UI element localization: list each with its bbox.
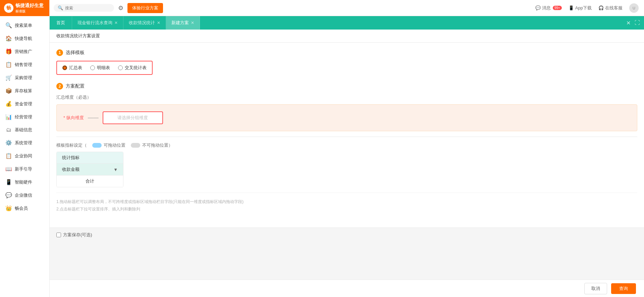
sidebar-label-smart-hw: 智能硬件 — [15, 179, 32, 185]
arrow-icon: —— — [88, 115, 99, 121]
section2-title: 方案配置 — [66, 83, 85, 89]
tab-bank-close[interactable]: ✕ — [114, 21, 118, 25]
sidebar-label-basic: 基础信息 — [15, 127, 32, 133]
search-icon: 🔍 — [5, 22, 12, 29]
purchase-icon: 🛒 — [5, 75, 12, 81]
support-icon: 🎧 — [598, 5, 604, 10]
metrics-col-value: 合计 — [57, 176, 123, 187]
sidebar-label-guide: 新手引导 — [15, 166, 32, 172]
sidebar-label-inventory: 库存核算 — [15, 88, 32, 94]
quick-nav-icon: 🏠 — [5, 35, 12, 42]
option-cross[interactable]: 交叉统计表 — [118, 65, 147, 71]
sidebar-label-corp-coop: 企业协同 — [15, 153, 32, 159]
sidebar: 畅 畅捷通好生意 标准版 🔍搜索菜单🏠快捷导航🎁营销推广📋销售管理🛒采购管理📦库… — [0, 0, 50, 297]
section2-header: 2 方案配置 — [56, 83, 637, 90]
metrics-table: 统计指标 收款金额 ▼ 合计 — [56, 152, 123, 187]
section1-num: 1 — [56, 49, 63, 56]
metrics-col-header[interactable]: 收款金额 ▼ — [57, 164, 123, 176]
sidebar-label-system: 系统管理 — [15, 140, 32, 146]
metrics-stats-header: 统计指标 — [57, 152, 123, 164]
operation-icon: 📊 — [5, 114, 12, 120]
sidebar-nav: 🔍搜索菜单🏠快捷导航🎁营销推广📋销售管理🛒采购管理📦库存核算💰资金管理📊经营管理… — [0, 16, 49, 297]
tab-stats[interactable]: 收款情况统计 ✕ — [123, 16, 166, 30]
col-header-dropdown-icon[interactable]: ▼ — [113, 167, 118, 172]
sidebar-item-quick-nav[interactable]: 🏠快捷导航 — [0, 32, 49, 45]
save-checkbox[interactable] — [56, 233, 61, 237]
sidebar-item-sales[interactable]: 📋销售管理 — [0, 58, 49, 71]
sidebar-logo: 畅 畅捷通好生意 标准版 — [0, 0, 49, 16]
sidebar-item-guide[interactable]: 📖新手引导 — [0, 162, 49, 176]
gear-icon[interactable]: ⚙ — [118, 4, 123, 12]
section1-header: 1 选择模板 — [56, 49, 637, 56]
option-summary[interactable]: 汇总表 — [62, 65, 82, 71]
tab-new-plan-close[interactable]: ✕ — [191, 21, 194, 25]
close-window-icon[interactable]: ✕ — [626, 20, 631, 26]
dimension-area: * 纵向维度 —— 请选择分组维度 — [56, 104, 637, 131]
dimension-select[interactable]: 请选择分组维度 — [103, 111, 163, 124]
tab-new-plan[interactable]: 新建方案 ✕ — [166, 16, 200, 30]
metrics-config: 模板指标设定（ 可拖动位置 不可拖动位置） 统 — [56, 137, 637, 187]
sidebar-label-corp-wechat: 企业微信 — [15, 192, 32, 198]
page-header: 收款情况统计方案设置 — [50, 30, 644, 43]
section1-title: 选择模板 — [66, 50, 85, 56]
save-label: 方案保存(可选) — [63, 232, 92, 238]
sidebar-item-purchase[interactable]: 🛒采购管理 — [0, 71, 49, 84]
logo-icon: 畅 — [4, 3, 13, 13]
option-detail[interactable]: 明细表 — [90, 65, 110, 71]
tab-stats-close[interactable]: ✕ — [157, 21, 160, 25]
smart-hw-icon: 📱 — [5, 179, 12, 185]
search-icon: 🔍 — [58, 5, 63, 10]
non-draggable-label: 不可拖动位置） — [142, 142, 173, 148]
sidebar-item-smart-hw[interactable]: 📱智能硬件 — [0, 176, 49, 189]
radio-summary[interactable] — [62, 65, 67, 70]
radio-detail[interactable] — [90, 65, 95, 70]
sidebar-item-operation[interactable]: 📊经营管理 — [0, 110, 49, 123]
cancel-button[interactable]: 取消 — [584, 283, 607, 294]
sidebar-label-operation: 经营管理 — [15, 114, 32, 120]
main-area: 🔍 ⚙ 体验行业方案 💬 消息 99+ 📱 App下载 🎧 在线客服 U — [50, 0, 644, 297]
section2-num: 2 — [56, 83, 63, 90]
search-box[interactable]: 🔍 — [54, 4, 114, 12]
message-icon: 💬 — [535, 5, 541, 10]
sidebar-label-search: 搜索菜单 — [15, 22, 32, 29]
sidebar-label-member: 畅会员 — [15, 205, 28, 211]
tab-bank[interactable]: 现金银行流水查询 ✕ — [72, 16, 123, 30]
sales-icon: 📋 — [5, 61, 12, 68]
marketing-icon: 🎁 — [5, 48, 12, 55]
metrics-label-text: 模板指标设定（ — [56, 142, 87, 148]
topbar: 🔍 ⚙ 体验行业方案 💬 消息 99+ 📱 App下载 🎧 在线客服 U — [50, 0, 644, 16]
page-title: 收款情况统计方案设置 — [56, 33, 100, 38]
download-icon: 📱 — [569, 5, 574, 10]
save-option[interactable]: 方案保存(可选) — [56, 232, 637, 238]
tab-home[interactable]: 首页 — [50, 16, 72, 30]
message-button[interactable]: 💬 消息 99+ — [535, 5, 562, 11]
search-input[interactable] — [65, 6, 105, 10]
section-template: 1 选择模板 汇总表 明细表 交叉统计表 — [56, 49, 637, 75]
sidebar-item-finance[interactable]: 💰资金管理 — [0, 97, 49, 110]
member-icon: 👑 — [5, 205, 12, 211]
app-edition: 标准版 — [15, 9, 44, 14]
sidebar-label-sales: 销售管理 — [15, 62, 32, 68]
sidebar-item-basic[interactable]: 🗂基础信息 — [0, 123, 49, 136]
sidebar-item-member[interactable]: 👑畅会员 — [0, 202, 49, 215]
trial-button[interactable]: 体验行业方案 — [127, 3, 163, 13]
sidebar-item-system[interactable]: ⚙️系统管理 — [0, 136, 49, 149]
corp-wechat-icon: 💬 — [5, 192, 12, 198]
user-area[interactable]: U — [629, 3, 640, 13]
maximize-icon[interactable]: ⛶ — [635, 20, 640, 26]
query-button[interactable]: 查询 — [611, 283, 636, 294]
sidebar-label-quick-nav: 快捷导航 — [15, 36, 32, 42]
sidebar-item-corp-wechat[interactable]: 💬企业微信 — [0, 189, 49, 202]
tabbar: 首页 现金银行流水查询 ✕ 收款情况统计 ✕ 新建方案 ✕ ✕ ⛶ — [50, 16, 644, 30]
download-button[interactable]: 📱 App下载 — [569, 5, 592, 11]
basic-icon: 🗂 — [5, 127, 12, 133]
content-area: 收款情况统计方案设置 1 选择模板 汇总表 明细表 — [50, 30, 644, 280]
radio-cross[interactable] — [118, 65, 123, 70]
sidebar-item-marketing[interactable]: 🎁营销推广 — [0, 45, 49, 58]
sidebar-item-inventory[interactable]: 📦库存核算 — [0, 84, 49, 97]
sidebar-item-search[interactable]: 🔍搜索菜单 — [0, 19, 49, 32]
support-button[interactable]: 🎧 在线客服 — [598, 5, 623, 11]
draggable-legend: 可拖动位置 — [92, 142, 125, 148]
metrics-header: 模板指标设定（ 可拖动位置 不可拖动位置） — [56, 142, 637, 148]
sidebar-item-corp-coop[interactable]: 📋企业协同 — [0, 149, 49, 162]
